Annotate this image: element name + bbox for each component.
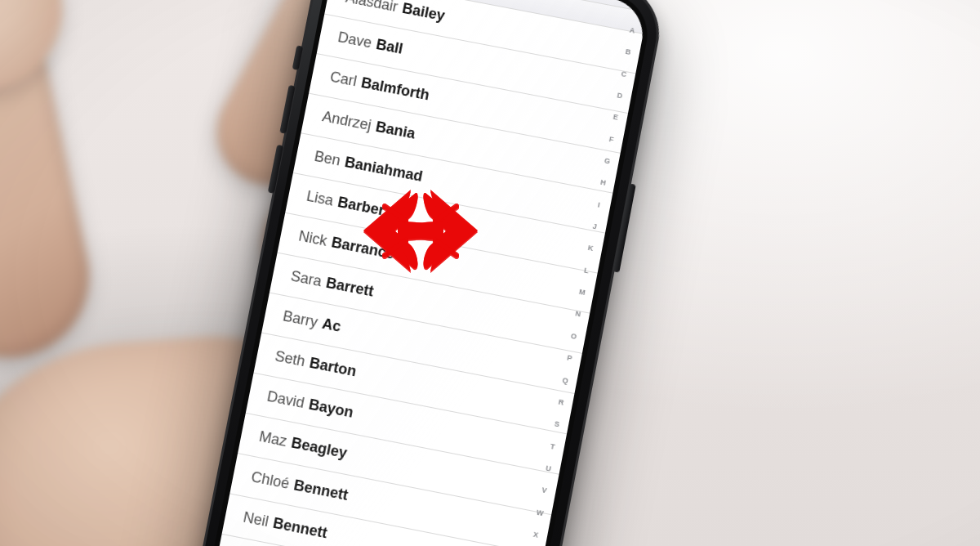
index-letter[interactable]: H (599, 179, 606, 187)
contact-last-name: Bayon (307, 396, 354, 422)
index-letter[interactable]: R (558, 398, 564, 406)
contact-last-name: Balmforth (359, 74, 430, 104)
contact-first-name: Seth (274, 347, 306, 370)
contact-last-name: Bennett (271, 515, 328, 543)
index-letter[interactable]: K (587, 244, 594, 253)
index-letter[interactable]: T (550, 442, 555, 450)
index-letter[interactable]: G (604, 157, 611, 165)
index-letter[interactable]: A (629, 27, 635, 35)
index-letter[interactable]: J (592, 223, 598, 231)
index-letter[interactable]: W (536, 508, 544, 517)
contact-first-name: Chloé (250, 468, 291, 493)
index-letter[interactable]: X (532, 531, 539, 539)
contact-last-name: Bailey (401, 0, 447, 25)
index-letter[interactable]: B (625, 48, 631, 56)
index-letter[interactable]: N (574, 311, 581, 319)
index-letter[interactable]: Q (562, 376, 569, 384)
contact-first-name: Alasdair (344, 0, 399, 16)
index-letter[interactable]: F (608, 136, 614, 144)
index-letter[interactable]: I (597, 201, 600, 208)
contact-last-name: Beagley (290, 434, 349, 462)
index-letter[interactable]: U (545, 464, 551, 472)
contact-first-name: David (265, 388, 305, 412)
contact-first-name: Carl (328, 69, 358, 91)
contact-first-name: Andrzej (321, 108, 373, 134)
contact-last-name: Barton (308, 355, 358, 381)
contact-first-name: Neil (242, 508, 270, 530)
index-letter[interactable]: E (612, 114, 619, 122)
index-letter[interactable]: M (578, 289, 586, 297)
swipe-annotation-icon (306, 173, 535, 288)
index-letter[interactable]: L (583, 266, 589, 275)
contact-last-name: Ball (375, 36, 404, 58)
contact-last-name: Bennett (292, 477, 350, 504)
contact-last-name: Ac (321, 316, 343, 336)
contact-first-name: Maz (258, 428, 288, 450)
contact-first-name: Barry (282, 307, 319, 331)
index-letter[interactable]: P (566, 355, 572, 363)
index-letter[interactable]: C (621, 70, 627, 78)
index-letter[interactable]: V (541, 486, 547, 495)
contact-first-name: Ben (313, 148, 341, 169)
contact-last-name: Bania (374, 119, 416, 143)
index-letter[interactable]: S (554, 420, 560, 428)
index-letter[interactable]: D (617, 92, 623, 100)
index-letter[interactable]: O (570, 333, 577, 341)
contact-first-name: Dave (336, 29, 373, 51)
photo-scene: A B Alasdair Bailey Dave Ball (0, 0, 980, 546)
